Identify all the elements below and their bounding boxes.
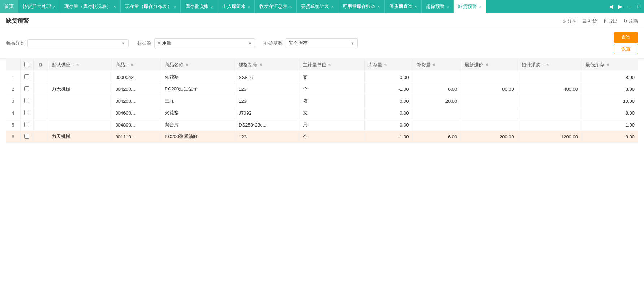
tab-stock-status-close[interactable]: × — [113, 4, 116, 9]
row-check[interactable] — [20, 71, 33, 83]
select-all-checkbox[interactable] — [24, 62, 29, 67]
header-actions: ⎋ 分享 ⊞ 补货 ⬆ 导出 ↻ 刷新 — [563, 18, 638, 25]
row-product-name: 三九 — [161, 95, 235, 107]
row-replenish-qty — [413, 71, 461, 83]
col-header-settings[interactable]: ⚙ — [33, 59, 48, 71]
replenish-qty-sort-icon: ⇅ — [432, 63, 435, 67]
row-estimated-purchase: 1200.00 — [518, 131, 582, 143]
replenish-base-label: 补货基数 — [264, 40, 283, 47]
tab-inout-flow-close[interactable]: × — [248, 4, 250, 9]
tab-expiry-close[interactable]: × — [415, 4, 417, 9]
tab-shortage-close[interactable]: × — [479, 4, 481, 9]
row-num: 4 — [6, 107, 20, 119]
col-header-product-name[interactable]: 商品名称 ⇅ — [161, 59, 235, 71]
row-checkbox[interactable] — [24, 122, 29, 127]
tab-prev-btn[interactable]: ◀ — [607, 3, 615, 10]
row-min-stock: 1.00 — [582, 119, 638, 131]
row-checkbox[interactable] — [24, 86, 29, 91]
row-product-code: 004600... — [112, 107, 161, 119]
row-checkbox[interactable] — [24, 110, 29, 115]
row-checkbox[interactable] — [24, 98, 29, 103]
table-row: 3 004200... 三九 123 箱 0.00 20.00 10.00 — [6, 95, 638, 107]
row-estimated-purchase — [518, 119, 582, 131]
row-supplier — [48, 95, 112, 107]
col-header-stock[interactable]: 库存量 ⇅ — [364, 59, 413, 71]
share-button[interactable]: ⎋ 分享 — [563, 18, 576, 25]
unit-sort-icon: ⇅ — [328, 63, 331, 67]
tab-expiry[interactable]: 保质期查询 × — [385, 0, 422, 13]
datasource-chevron-icon: ▼ — [248, 41, 252, 45]
tab-collect-send[interactable]: 收发存汇总表 × — [255, 0, 296, 13]
col-header-num — [6, 59, 20, 71]
tab-available-ledger[interactable]: 可用量库存账本 × — [338, 0, 384, 13]
replenish-base-value: 安全库存 — [289, 40, 308, 47]
refresh-icon: ↻ — [623, 18, 627, 24]
row-product-name: PC200张紧油缸 — [161, 131, 235, 143]
min-stock-sort-icon: ⇅ — [606, 63, 609, 67]
query-button[interactable]: 查询 — [614, 32, 638, 43]
tab-shortage[interactable]: 缺货预警 × — [454, 0, 486, 13]
row-check[interactable] — [20, 131, 33, 143]
col-header-check — [20, 59, 33, 71]
tab-available-ledger-close[interactable]: × — [378, 4, 380, 9]
row-latest-price — [461, 107, 518, 119]
row-unit: 个 — [299, 83, 364, 95]
row-check[interactable] — [20, 119, 33, 131]
tab-stock-dist-close[interactable]: × — [174, 4, 176, 9]
tab-overstock-close[interactable]: × — [447, 4, 449, 9]
col-header-unit[interactable]: 主计量单位 ⇅ — [299, 59, 364, 71]
tab-batch-account[interactable]: 库存批次账 × — [181, 0, 218, 13]
row-min-stock: 3.00 — [582, 83, 638, 95]
tab-next-btn[interactable]: ▶ — [616, 3, 625, 10]
col-header-min-stock[interactable]: 最低库存 ⇅ — [582, 59, 638, 71]
row-num: 6 — [6, 131, 20, 143]
tab-inout-flow[interactable]: 出入库流水 × — [218, 0, 255, 13]
col-header-replenish-qty[interactable]: 补货量 ⇅ — [413, 59, 461, 71]
tab-exception[interactable]: 拣货异常处理 × — [18, 0, 60, 13]
row-checkbox[interactable] — [24, 134, 29, 139]
row-checkbox[interactable] — [24, 74, 29, 79]
spec-sort-icon: ⇅ — [260, 63, 262, 67]
tab-stock-dist[interactable]: 现存量（库存分布表） × — [121, 0, 181, 13]
row-check[interactable] — [20, 83, 33, 95]
category-select[interactable]: ▼ — [27, 39, 129, 47]
tab-demand-stat-close[interactable]: × — [331, 4, 334, 9]
tab-collect-send-close[interactable]: × — [290, 4, 292, 9]
row-product-code: 004200... — [112, 83, 161, 95]
datasource-select[interactable]: 可用量 ▼ — [154, 38, 255, 48]
col-header-product-code[interactable]: 商品... ⇅ — [112, 59, 161, 71]
tab-home[interactable]: 首页 — [0, 0, 18, 13]
export-button[interactable]: ⬆ 导出 — [603, 18, 618, 25]
replenish-button[interactable]: ⊞ 补货 — [582, 18, 597, 25]
refresh-button[interactable]: ↻ 刷新 — [623, 18, 638, 25]
tab-exception-close[interactable]: × — [53, 4, 55, 9]
tab-demand-stat[interactable]: 要货单统计表 × — [297, 0, 338, 13]
page-title: 缺货预警 — [6, 17, 29, 25]
row-product-name: 火花塞 — [161, 107, 235, 119]
col-header-spec[interactable]: 规格型号 ⇅ — [235, 59, 299, 71]
tab-overstock[interactable]: 超储预警 × — [422, 0, 454, 13]
filter-bar: 商品分类 ▼ 数据源 可用量 ▼ 补货基数 安全库存 ▼ 查询 设置 — [0, 28, 644, 59]
row-estimated-purchase — [518, 107, 582, 119]
row-replenish-qty — [413, 119, 461, 131]
row-check[interactable] — [20, 95, 33, 107]
tab-nav-controls: ◀ ▶ — □ — [606, 3, 644, 10]
settings-button[interactable]: 设置 — [614, 44, 638, 54]
window-minimize-btn[interactable]: — — [625, 3, 635, 10]
row-num: 5 — [6, 119, 20, 131]
col-header-estimated-purchase[interactable]: 预计采购... ⇅ — [518, 59, 582, 71]
col-header-latest-price[interactable]: 最新进价 ⇅ — [461, 59, 518, 71]
row-min-stock: 8.00 — [582, 107, 638, 119]
table-settings-icon[interactable]: ⚙ — [38, 62, 43, 68]
row-num: 2 — [6, 83, 20, 95]
table-row: 1 0000042 火花塞 SS816 支 0.00 8.00 — [6, 71, 638, 83]
window-maximize-btn[interactable]: □ — [635, 3, 643, 10]
tab-batch-account-close[interactable]: × — [211, 4, 213, 9]
table-row: 6 力天机械 801110... PC200张紧油缸 123 个 -1.00 6… — [6, 131, 638, 143]
row-check[interactable] — [20, 107, 33, 119]
tab-bar: 首页 拣货异常处理 × 现存量（库存状况表） × 现存量（库存分布表） × 库存… — [0, 0, 644, 13]
replenish-base-select[interactable]: 安全库存 ▼ — [286, 38, 358, 48]
tab-stock-status[interactable]: 现存量（库存状况表） × — [60, 0, 120, 13]
shortage-table: ⚙ 默认供应... ⇅ 商品... ⇅ 商品名称 ⇅ 规 — [6, 59, 638, 143]
col-header-supplier[interactable]: 默认供应... ⇅ — [48, 59, 112, 71]
